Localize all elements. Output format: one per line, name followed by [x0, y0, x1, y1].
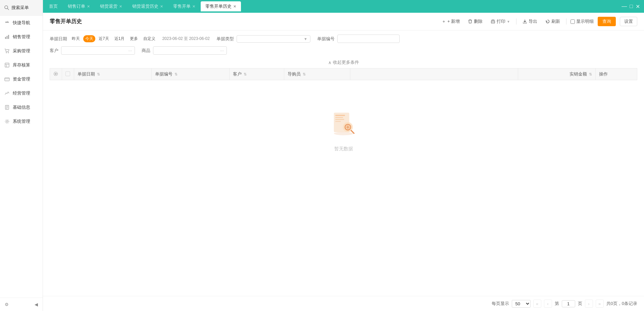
sidebar-item-base-info[interactable]: 基础信息 — [0, 100, 43, 114]
col-settings[interactable] — [50, 68, 62, 80]
page-suffix: 页 — [578, 301, 582, 307]
window-max-icon[interactable]: □ — [630, 3, 633, 9]
tab-retail-history-label: 零售开单历史 — [205, 3, 232, 9]
goods-input[interactable] — [156, 48, 220, 53]
tab-retail-history-close[interactable]: ✕ — [233, 4, 236, 9]
tab-sales-order-label: 销售订单 — [68, 3, 85, 9]
col-no-sort[interactable]: ⇅ — [175, 72, 178, 76]
col-checkbox-header[interactable] — [62, 68, 74, 80]
show-detail-input[interactable] — [571, 19, 575, 24]
last-page-btn[interactable]: » — [596, 300, 604, 308]
purchase-mgmt-icon — [4, 48, 10, 54]
print-label: 打印 — [497, 18, 505, 24]
svg-point-21 — [54, 72, 58, 75]
page-label: 第 — [555, 301, 559, 307]
svg-rect-27 — [335, 121, 341, 122]
toolbar-divider-2 — [566, 18, 566, 24]
sidebar-search[interactable]: 搜索采单 — [0, 0, 43, 16]
col-customer-sort[interactable]: ⇅ — [244, 72, 247, 76]
query-button[interactable]: 查询 — [598, 17, 616, 26]
doc-type-select[interactable]: ▼ — [237, 35, 310, 43]
sidebar-item-finance[interactable]: 资金管理 — [0, 72, 43, 86]
window-close-icon[interactable]: ✕ — [636, 3, 640, 10]
tab-sales-return-close[interactable]: ✕ — [119, 4, 122, 9]
window-min-icon[interactable]: — — [622, 3, 627, 9]
sidebar-collapse-icon[interactable]: ◀ — [35, 302, 38, 307]
print-icon — [491, 19, 495, 24]
delete-button[interactable]: 删除 — [466, 17, 485, 25]
settings-col-icon[interactable] — [53, 71, 58, 76]
customer-label: 客户 — [50, 48, 58, 54]
tab-home[interactable]: 首页 — [44, 1, 62, 11]
first-page-btn[interactable]: « — [533, 300, 541, 308]
sidebar-item-ops-mgmt[interactable]: 经营管理 — [0, 86, 43, 100]
svg-rect-26 — [335, 119, 344, 120]
sidebar-item-label: 基础信息 — [13, 104, 30, 110]
search-icon — [4, 5, 9, 10]
prev-page-btn[interactable]: ‹ — [544, 300, 552, 308]
tab-retail-history[interactable]: 零售开单历史 ✕ — [201, 1, 241, 11]
page-input[interactable] — [562, 300, 575, 307]
date-shortcut-today[interactable]: 今天 — [83, 35, 95, 42]
date-shortcuts: 昨天 今天 近7天 近1月 更多 自定义 — [70, 35, 157, 42]
svg-point-5 — [6, 52, 7, 53]
col-spacer-header — [350, 68, 518, 80]
svg-rect-3 — [7, 36, 8, 39]
goods-more-icon[interactable]: ··· — [220, 48, 224, 53]
col-amount-header: 实销金额 ⇅ — [518, 68, 596, 80]
tab-sales-return[interactable]: 销货退货 ✕ — [95, 1, 127, 11]
next-page-btn[interactable]: › — [585, 300, 593, 308]
tab-sales-return-history[interactable]: 销货退货历史 ✕ — [128, 1, 168, 11]
show-detail-checkbox[interactable]: 显示明细 — [571, 18, 594, 24]
toolbar: ＋ + 新增 删除 打印 ▼ 导出 — [440, 17, 637, 26]
col-amount-sort[interactable]: ⇅ — [589, 72, 592, 76]
sidebar-search-label: 搜索采单 — [11, 5, 29, 11]
tab-retail-open-close[interactable]: ✕ — [192, 4, 195, 9]
date-shortcut-yesterday[interactable]: 昨天 — [70, 35, 82, 42]
print-dropdown-icon[interactable]: ▼ — [507, 20, 510, 23]
export-button[interactable]: 导出 — [521, 17, 539, 25]
settings-button[interactable]: 设置 — [620, 17, 637, 26]
doc-type-dropdown-icon: ▼ — [304, 37, 307, 41]
tab-retail-open[interactable]: 零售开单 ✕ — [168, 1, 200, 11]
sidebar-item-inventory[interactable]: 库存核算 — [0, 58, 43, 72]
sidebar-item-label: 销售管理 — [13, 34, 30, 40]
add-button[interactable]: ＋ + 新增 — [440, 17, 462, 25]
col-no-header: 单据编号 ⇅ — [152, 68, 229, 80]
date-shortcut-7days[interactable]: 近7天 — [97, 35, 111, 42]
customer-input[interactable] — [64, 48, 128, 53]
svg-rect-7 — [5, 63, 9, 67]
select-all-checkbox[interactable] — [65, 71, 70, 76]
refresh-button[interactable]: 刷新 — [543, 17, 562, 25]
col-ops-label: 操作 — [599, 71, 608, 76]
doc-type-label: 单据类型 — [216, 36, 234, 42]
date-shortcut-custom[interactable]: 自定义 — [141, 35, 157, 42]
tab-sales-return-history-label: 销货退货历史 — [132, 3, 158, 9]
sidebar-settings-icon[interactable]: ⚙ — [5, 302, 9, 307]
sidebar-item-sys-mgmt[interactable]: 系统管理 — [0, 114, 43, 128]
sidebar-item-sales-mgmt[interactable]: 销售管理 — [0, 30, 43, 44]
tab-sales-order-close[interactable]: ✕ — [87, 4, 90, 9]
collapse-label: 收起更多条件 — [333, 59, 359, 65]
pagination: 每页显示 50 20 100 « ‹ 第 页 › » 共0页，0条记录 — [43, 296, 644, 311]
customer-more-icon[interactable]: ··· — [128, 48, 132, 53]
tab-sales-return-history-close[interactable]: ✕ — [160, 4, 163, 9]
sidebar-item-purchase-mgmt[interactable]: 采购管理 — [0, 44, 43, 58]
doc-type-filter: 单据类型 ▼ — [216, 35, 310, 43]
date-label: 单据日期 — [50, 36, 67, 42]
col-date-sort[interactable]: ⇅ — [97, 72, 100, 76]
print-button[interactable]: 打印 ▼ — [489, 17, 512, 25]
doc-no-input[interactable] — [340, 36, 397, 41]
sidebar-item-quick-nav[interactable]: 快捷导航 — [0, 16, 43, 30]
content-area: 零售开单历史 ＋ + 新增 删除 打印 ▼ 导出 — [43, 13, 644, 311]
col-salesperson-sort[interactable]: ⇅ — [303, 72, 306, 76]
date-shortcut-1month[interactable]: 近1月 — [112, 35, 127, 42]
tab-sales-order[interactable]: 销售订单 ✕ — [63, 1, 95, 11]
date-shortcut-more[interactable]: 更多 — [128, 35, 140, 42]
collapse-more-btn[interactable]: ∧ 收起更多条件 — [50, 58, 637, 68]
svg-point-20 — [55, 73, 56, 74]
page-size-select[interactable]: 50 20 100 — [512, 300, 531, 308]
col-ops-header: 操作 — [596, 68, 637, 80]
base-info-icon — [4, 104, 10, 110]
delete-label: 删除 — [474, 18, 483, 24]
